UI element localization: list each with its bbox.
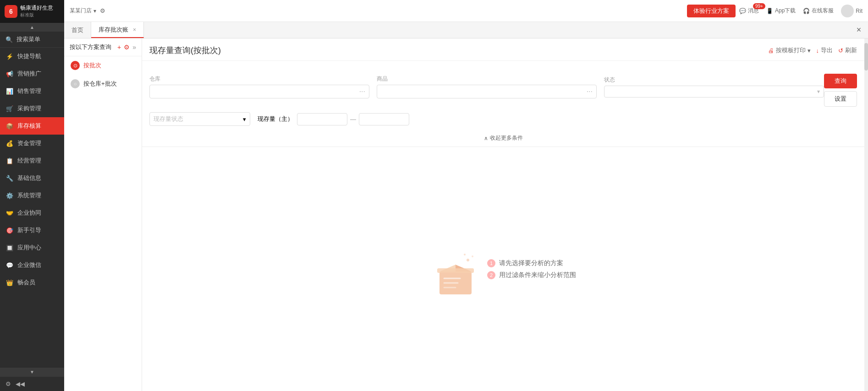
filter-status-row: 现存量状态 ▾ 现存量（主） — [142, 107, 864, 131]
empty-hint-1: 1 请先选择要分析的方案 [487, 259, 576, 267]
print-label: 按模板打印 [776, 46, 806, 54]
right-scrollbar[interactable] [864, 38, 868, 391]
filter-panel-title: 按以下方案查询 [70, 43, 111, 51]
sidebar-item-operation[interactable]: 📋 经营管理 [0, 152, 64, 169]
app-center-icon: 🔲 [5, 244, 14, 252]
quantity-min-input[interactable] [297, 113, 347, 125]
sidebar-item-newbie[interactable]: 🎯 新手引导 [0, 222, 64, 239]
tab-inventory-batch[interactable]: 库存批次账 × [91, 22, 144, 38]
tab-home[interactable]: 首页 [64, 22, 91, 38]
status-filter-group: 状态 ▾ [604, 76, 824, 98]
settings-btn[interactable]: 设置 [824, 91, 857, 107]
collapse-bar[interactable]: ∧ 收起更多条件 [142, 131, 864, 147]
sidebar-item-app-center[interactable]: 🔲 应用中心 [0, 239, 64, 256]
system-icon: ⚙️ [5, 191, 14, 200]
sidebar-item-label: 库存核算 [17, 122, 59, 130]
experience-btn[interactable]: 体验行业方案 [687, 5, 736, 17]
newbie-icon: 🎯 [5, 226, 14, 234]
topbar: 某某门店 ▾ ⚙ 体验行业方案 💬 消息 99+ 📱 App下载 🎧 在线客服 … [64, 0, 868, 22]
sidebar-item-member[interactable]: 👑 畅会员 [0, 274, 64, 291]
filter-collapse-btn[interactable]: » [132, 43, 136, 51]
filter-item-batch[interactable]: ⊙ 按批次 [64, 56, 142, 75]
filter-item-warehouse-batch[interactable]: ○ 按仓库+批次 [64, 75, 142, 93]
sidebar-item-marketing[interactable]: 📢 营销推广 [0, 65, 64, 82]
avatar [841, 5, 854, 17]
warehouse-input[interactable] [154, 88, 359, 95]
empty-hint-2-num: 2 [487, 271, 495, 279]
app-download-btn[interactable]: 📱 App下载 [766, 7, 796, 15]
quantity-max-input[interactable] [359, 113, 409, 125]
sidebar-item-system[interactable]: ⚙️ 系统管理 [0, 187, 64, 204]
filter-panel-header: 按以下方案查询 + ⚙ » [64, 38, 142, 56]
main-close-btn[interactable]: × [853, 25, 864, 36]
sidebar-item-wechat[interactable]: 💬 企业微信 [0, 256, 64, 274]
sidebar-item-label: 系统管理 [17, 191, 59, 200]
filter-item-batch-icon: ⊙ [71, 61, 80, 70]
inventory-status-select[interactable]: 现存量状态 ▾ [149, 112, 250, 126]
finance-icon: 💰 [5, 139, 14, 147]
print-btn[interactable]: 🖨 按模板打印 ▾ [768, 46, 811, 54]
search-menu-label: 搜索菜单 [16, 35, 40, 43]
refresh-btn[interactable]: ↺ 刷新 [838, 46, 857, 54]
sidebar-item-label: 畅会员 [17, 278, 59, 287]
breadcrumb-chevron-icon[interactable]: ▾ [93, 8, 96, 14]
product-label: 商品 [377, 75, 597, 83]
refresh-label: 刷新 [845, 46, 857, 54]
sidebar-scroll-down[interactable]: ▼ [0, 368, 64, 376]
sidebar-item-purchase[interactable]: 🛒 采购管理 [0, 100, 64, 117]
sidebar-item-enterprise[interactable]: 🤝 企业协同 [0, 204, 64, 222]
query-btn[interactable]: 查询 [824, 74, 857, 88]
sidebar-scroll-up[interactable]: ▲ [0, 23, 64, 32]
sidebar-settings-icon[interactable]: ⚙ [5, 380, 11, 387]
product-input[interactable] [381, 88, 587, 95]
warehouse-label: 仓库 [149, 75, 369, 83]
product-dots-btn[interactable]: ··· [587, 87, 593, 96]
print-chevron-icon[interactable]: ▾ [808, 47, 811, 54]
svg-point-7 [464, 254, 466, 255]
sidebar-item-label: 经营管理 [17, 157, 59, 165]
messages-btn[interactable]: 💬 消息 99+ [739, 7, 759, 15]
gear-icon[interactable]: ⚙ [100, 7, 105, 14]
filter-panel: 按以下方案查询 + ⚙ » ⊙ 按批次 ○ 按仓库+批次 [64, 38, 142, 391]
status-label: 状态 [604, 76, 824, 84]
collapse-label: 收起更多条件 [490, 134, 523, 142]
inventory-status-label: 现存量状态 [154, 115, 243, 123]
svg-point-5 [467, 259, 469, 261]
empty-state-content: 1 请先选择要分析的方案 2 用过滤条件来缩小分析范围 [430, 246, 576, 292]
sidebar-item-sales[interactable]: 📊 销售管理 [0, 82, 64, 100]
company-name: 畅康通好生意 [20, 5, 53, 12]
username: Rit [856, 8, 863, 14]
filter-settings-btn[interactable]: ⚙ [124, 43, 130, 51]
sidebar: 6 畅康通好生意 标准版 ▲ 🔍 搜索菜单 ⚡ 快捷导航 📢 营销推广 📊 销售… [0, 0, 64, 391]
purchase-icon: 🛒 [5, 104, 14, 113]
export-btn[interactable]: ↓ 导出 [816, 46, 833, 54]
filter-add-btn[interactable]: + [117, 43, 121, 51]
warehouse-filter-group: 仓库 ··· [149, 75, 369, 98]
sidebar-nav: ⚡ 快捷导航 📢 营销推广 📊 销售管理 🛒 采购管理 📦 库存核算 💰 资金管… [0, 48, 64, 368]
empty-text: 1 请先选择要分析的方案 2 用过滤条件来缩小分析范围 [487, 259, 576, 279]
search-menu[interactable]: 🔍 搜索菜单 [0, 32, 64, 48]
tabbar: 首页 库存批次账 × × [64, 22, 868, 38]
basic-icon: 🔧 [5, 174, 14, 182]
sidebar-item-quick-nav[interactable]: ⚡ 快捷导航 [0, 48, 64, 65]
export-label: 导出 [821, 46, 833, 54]
quantity-label: 现存量（主） [258, 115, 293, 123]
status-select[interactable]: ▾ [604, 86, 824, 98]
app-logo: 6 [5, 5, 17, 18]
inventory-status-group: 现存量状态 ▾ [149, 112, 250, 126]
sidebar-collapse-icon[interactable]: ◀◀ [16, 380, 25, 387]
user-menu[interactable]: Rit [841, 5, 863, 17]
filter-item-batch-label: 按批次 [83, 61, 101, 70]
sidebar-item-inventory[interactable]: 📦 库存核算 [0, 117, 64, 135]
sidebar-item-basic[interactable]: 🔧 基础信息 [0, 169, 64, 187]
print-icon: 🖨 [768, 47, 774, 54]
scrollbar-thumb[interactable] [864, 43, 868, 71]
warehouse-dots-btn[interactable]: ··· [359, 87, 365, 96]
empty-hint-2: 2 用过滤条件来缩小分析范围 [487, 271, 576, 279]
headset-icon: 🎧 [803, 8, 810, 14]
messages-badge: 99+ [753, 3, 765, 9]
online-service-btn[interactable]: 🎧 在线客服 [803, 7, 834, 15]
sidebar-header: 6 畅康通好生意 标准版 [0, 0, 64, 23]
tab-close-icon[interactable]: × [133, 27, 136, 33]
sidebar-item-finance[interactable]: 💰 资金管理 [0, 135, 64, 152]
